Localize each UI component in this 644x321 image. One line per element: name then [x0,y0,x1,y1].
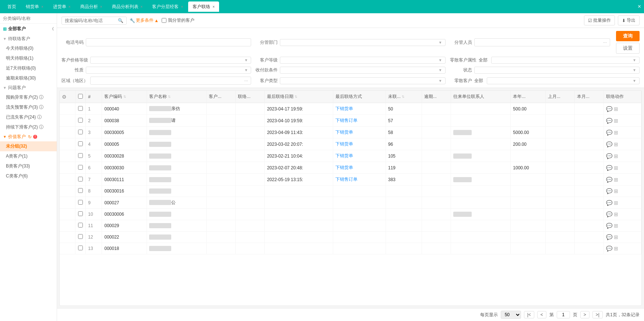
row-checkbox[interactable] [78,153,83,158]
action-cell[interactable]: 💬 ⊞ [603,186,641,197]
my-customers-checkbox[interactable] [162,18,166,23]
manager-more-icon[interactable]: ··· [603,40,607,45]
grid-action-icon[interactable]: ⊞ [614,188,618,194]
last-contact-method-cell[interactable] [333,197,386,209]
no-contact-sort-icon[interactable]: ⇅ [402,95,405,99]
row-checkbox-cell[interactable] [75,138,86,150]
close-sales-tab-icon[interactable]: × [41,5,43,9]
row-checkbox-cell[interactable] [75,162,86,174]
action-cell[interactable]: 💬 ⊞ [603,127,641,138]
nav-tab-customer-segment[interactable]: 客户分层经客 × [148,1,187,12]
grid-action-icon[interactable]: ⊞ [614,234,618,240]
settings-column-header[interactable]: ⚙ [60,91,75,103]
page-input[interactable] [557,311,570,318]
last-contact-method-cell[interactable] [333,186,386,197]
nav-tab-customer-contact[interactable]: 客户联络 × [188,1,219,12]
action-cell[interactable]: 💬 ⊞ [603,174,641,186]
message-action-icon[interactable]: 💬 [606,211,612,217]
sidebar-search-input[interactable] [3,16,57,21]
code-column-header[interactable]: 客户编码 ⇅ [102,91,147,103]
close-product-analysis-tab-icon[interactable]: × [100,5,102,9]
grid-action-icon[interactable]: ⊞ [614,165,618,171]
select-all-column-header[interactable] [75,91,86,103]
retail-customer-select[interactable]: ▼ [487,77,640,84]
sidebar-item-class-c[interactable]: C类客户(6) [0,171,57,181]
row-checkbox[interactable] [78,165,83,170]
message-action-icon[interactable]: 💬 [606,234,612,240]
my-customers-checkbox-container[interactable]: 我分管的客户 [162,17,194,24]
row-checkbox-cell[interactable] [75,186,86,197]
action-cell[interactable]: 💬 ⊞ [603,243,641,254]
row-checkbox[interactable] [78,200,83,205]
manager-select[interactable]: ··· [474,38,610,46]
customer-type-select[interactable]: ▼ [280,77,445,84]
select-all-checkbox[interactable] [78,94,83,99]
name-sort-icon[interactable]: ⇅ [168,95,171,99]
table-settings-icon[interactable]: ⚙ [62,94,67,100]
message-action-icon[interactable]: 💬 [606,200,612,206]
sidebar-group-pending[interactable]: ▼ 待联络客户 [0,34,57,43]
message-action-icon[interactable]: 💬 [606,130,612,135]
row-checkbox[interactable] [78,246,83,250]
last-contact-method-cell[interactable]: 下销货单 [333,150,386,162]
window-close-button[interactable]: × [638,3,641,10]
last-contact-method-cell[interactable]: 下销货单 [333,103,386,115]
contact-method-link[interactable]: 下销货单 [335,106,353,111]
row-checkbox[interactable] [78,106,83,111]
filter-more-conditions[interactable]: 🔧 更多条件 ▲ [130,17,159,24]
contact-method-link[interactable]: 下销货单 [335,130,353,135]
phone-input[interactable] [86,38,251,46]
row-checkbox[interactable] [78,118,83,123]
row-checkbox-cell[interactable] [75,232,86,243]
last-contact-method-cell[interactable]: 下销货单 [333,138,386,150]
sidebar-item-declining[interactable]: 持续下滑客户(2) ⓘ [0,122,57,132]
action-cell[interactable]: 💬 ⊞ [603,197,641,209]
row-checkbox[interactable] [78,234,83,239]
action-cell[interactable]: 💬 ⊞ [603,162,641,174]
reset-button[interactable]: 设置 [616,43,640,54]
status-select[interactable]: ▼ [474,67,640,74]
sidebar-item-7day-pending[interactable]: 近7天待联络(0) [0,63,57,73]
value-group-refresh-icon[interactable]: ↻ [28,134,32,140]
grid-action-icon[interactable]: ⊞ [614,130,618,135]
contact-method-link[interactable]: 下销货单 [335,165,353,170]
nav-tab-product-analysis[interactable]: 商品分析 × [76,1,107,12]
message-action-icon[interactable]: 💬 [606,141,612,147]
message-action-icon[interactable]: 💬 [606,188,612,194]
next-page-button[interactable]: > [580,311,590,318]
collapse-sidebar-icon[interactable]: 《 [50,27,54,32]
last-contact-method-cell[interactable] [333,232,386,243]
message-action-icon[interactable]: 💬 [606,165,612,171]
last-page-button[interactable]: >| [592,311,603,318]
grid-action-icon[interactable]: ⊞ [614,200,618,206]
sidebar-item-tomorrow-pending[interactable]: 明天待联络(1) [0,53,57,63]
message-action-icon[interactable]: 💬 [606,246,612,251]
no-contact-column-header[interactable]: 未联... ⇅ [386,91,422,103]
last-contact-method-cell[interactable]: 下销货单 [333,127,386,138]
last-contact-method-cell[interactable]: 下销售订单 [333,174,386,186]
last-contact-date-column-header[interactable]: 最后联络日期 ⇅ [265,91,333,103]
row-checkbox[interactable] [78,223,83,227]
region-select[interactable]: ··· [90,77,251,85]
action-cell[interactable]: 💬 ⊞ [603,232,641,243]
row-checkbox-cell[interactable] [75,103,86,115]
sidebar-item-churned[interactable]: 已流失客户(24) ⓘ [0,112,57,122]
batch-operations-button[interactable]: ☑ 批量操作 [584,15,615,25]
sidebar-item-hoarding[interactable]: 囤购异常客户(2) ⓘ [0,92,57,102]
customer-level-select[interactable]: ▼ [280,57,445,64]
sidebar-item-churn-warning[interactable]: 流失预警客户(3) ⓘ [0,102,57,112]
row-checkbox-cell[interactable] [75,174,86,186]
close-purchase-tab-icon[interactable]: × [68,5,71,9]
sidebar-item-today-pending[interactable]: 今天待联络(0) [0,43,57,53]
row-checkbox-cell[interactable] [75,150,86,162]
filter-search-input[interactable] [65,18,116,23]
grid-action-icon[interactable]: ⊞ [614,211,618,217]
row-checkbox[interactable] [78,211,83,216]
action-cell[interactable]: 💬 ⊞ [603,209,641,220]
payment-select[interactable]: ▼ [280,67,445,74]
name-column-header[interactable]: 客户名称 ⇅ [147,91,207,103]
sidebar-item-class-b[interactable]: B类客户(33) [0,161,57,171]
nav-tab-sales[interactable]: 销货单 × [21,1,48,12]
contact-method-link[interactable]: 下销售订单 [335,118,358,123]
message-action-icon[interactable]: 💬 [606,118,612,124]
